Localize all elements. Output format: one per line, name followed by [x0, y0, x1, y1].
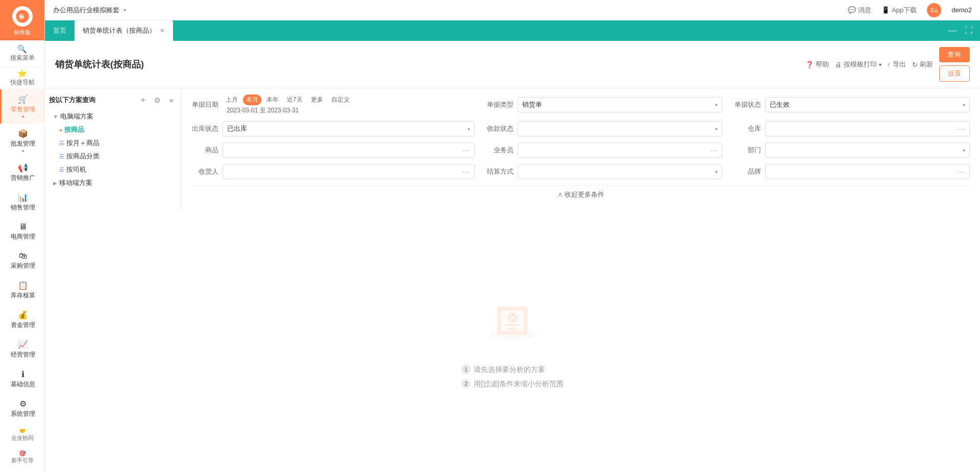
settings-button[interactable]: 设置 — [939, 65, 970, 82]
sidebar-item-system[interactable]: ⚙ 系统管理 — [0, 394, 44, 423]
collapse-label: ∧ 收起更多条件 — [557, 191, 605, 198]
goods-dots: ··· — [462, 146, 470, 154]
svg-rect-6 — [505, 324, 520, 326]
recipient-dots: ··· — [462, 168, 470, 176]
print-label: 按模板打印 — [844, 60, 877, 69]
sidebar-item-enterprise[interactable]: 🤝 企业协同 — [0, 423, 44, 446]
print-button[interactable]: 🖨 按模板打印 ▾ — [835, 60, 881, 69]
export-button[interactable]: ↑ 导出 — [888, 60, 906, 69]
empty-tip-1: 1 请先选择要分析的方案 — [461, 362, 564, 376]
tab-maximize-button[interactable]: ⛶ — [962, 23, 976, 38]
filter-sidebar-title: 按以下方案查询 — [49, 96, 95, 105]
user-avatar[interactable]: Ea — [927, 3, 941, 17]
tip-num-1: 1 — [461, 365, 471, 374]
doc-status-control[interactable]: 已生效 ▾ — [765, 97, 970, 112]
query-button[interactable]: 查询 — [939, 47, 970, 62]
scheme-by-month-goods-icon: ☰ — [59, 140, 64, 147]
payment-label: 结算方式 — [487, 167, 518, 176]
sidebar-item-purchase[interactable]: 🛍 采购管理 — [0, 246, 44, 275]
salesperson-label: 业务员 — [487, 146, 518, 155]
goods-control[interactable]: ··· — [223, 143, 475, 158]
newbie-icon: 🎯 — [19, 450, 26, 457]
sidebar-item-operations[interactable]: 📈 经营管理 — [0, 335, 44, 364]
svg-text:畅: 畅 — [19, 14, 24, 19]
scheme-by-category[interactable]: ☰ 按商品分类 — [55, 150, 177, 163]
sidebar-item-retail[interactable]: 🛒 零售管理 ▲ — [0, 89, 44, 124]
doc-type-control[interactable]: 销货单 ▾ — [518, 97, 722, 112]
collect-status-control[interactable]: ▾ — [518, 121, 722, 136]
refresh-button[interactable]: ↻ 刷新 — [912, 60, 933, 69]
warehouse-control[interactable]: ··· — [765, 121, 970, 136]
scheme-by-month-goods[interactable]: ☰ 按月＋商品 — [55, 136, 177, 150]
add-scheme-button[interactable]: ＋ — [137, 95, 149, 106]
collapse-bar[interactable]: ∧ 收起更多条件 — [192, 185, 970, 203]
department-control[interactable]: ▾ — [765, 143, 970, 158]
payment-field: 结算方式 ▾ — [487, 164, 722, 179]
message-button[interactable]: 💬 消息 — [848, 6, 871, 15]
industry-dropdown-arrow[interactable]: ▾ — [124, 7, 126, 13]
recipient-label: 收货人 — [192, 167, 223, 176]
out-status-arrow: ▾ — [468, 126, 470, 132]
sidebar-item-marketing[interactable]: 📢 营销推广 — [0, 158, 44, 187]
brand-control[interactable]: ··· — [765, 164, 970, 179]
svg-rect-7 — [507, 328, 518, 330]
doc-status-field: 单据状态 已生效 ▾ — [734, 97, 970, 112]
pc-scheme-label: 电脑端方案 — [60, 112, 93, 121]
warehouse-label: 仓库 — [734, 124, 765, 133]
tab-close-button[interactable]: ✕ — [160, 27, 165, 34]
tab-home[interactable]: 首页 — [45, 20, 75, 41]
sidebar-item-appstore[interactable]: 📱 应用中心 — [0, 468, 44, 472]
date-label: 单据日期 — [192, 100, 223, 109]
sidebar-item-ecommerce[interactable]: 🖥 电商管理 — [0, 217, 44, 246]
sidebar-item-inventory[interactable]: 📋 库存核算 — [0, 275, 44, 305]
date-tab-this-year[interactable]: 本年 — [263, 95, 282, 105]
recipient-control[interactable]: ··· — [223, 164, 475, 179]
out-status-field: 出库状态 已出库 ▾ — [192, 121, 475, 136]
date-tab-more[interactable]: 更多 — [308, 95, 326, 105]
brand-field: 品牌 ··· — [734, 164, 970, 179]
date-tab-last-month[interactable]: 上月 — [223, 95, 241, 105]
filter-row-2: 出库状态 已出库 ▾ 收款状态 ▾ — [192, 121, 970, 136]
sidebar-item-newbie[interactable]: 🎯 新手引导 — [0, 446, 44, 468]
payment-control[interactable]: ▾ — [518, 164, 722, 179]
sidebar-item-basic[interactable]: ℹ 基础信息 — [0, 364, 44, 394]
date-tab-custom[interactable]: 自定义 — [328, 95, 353, 105]
sales-label: 销售管理 — [11, 203, 35, 212]
inventory-label: 库存核算 — [11, 291, 35, 300]
help-button[interactable]: ❓ 帮助 — [805, 60, 829, 69]
scheme-by-category-icon: ☰ — [59, 153, 64, 160]
scheme-by-goods[interactable]: ● 按商品 — [55, 123, 177, 136]
date-tab-7days[interactable]: 近7天 — [284, 95, 306, 105]
app-download-button[interactable]: 📱 App下载 — [881, 6, 917, 15]
sidebar-item-sales[interactable]: 📊 销售管理 — [0, 187, 44, 217]
pc-scheme-group[interactable]: ▼ 电脑端方案 — [49, 110, 177, 123]
doc-type-label: 单据类型 — [487, 100, 518, 109]
marketing-icon: 📢 — [18, 163, 28, 173]
collapse-sidebar-button[interactable]: « — [166, 95, 177, 106]
out-status-control[interactable]: 已出库 ▾ — [223, 121, 475, 136]
sidebar-item-wholesale[interactable]: 📦 批发管理 ▲ — [0, 124, 44, 158]
avatar-text: Ea — [931, 7, 938, 13]
goods-label: 商品 — [192, 146, 223, 155]
warehouse-dots: ··· — [958, 125, 965, 133]
enterprise-label: 企业协同 — [11, 434, 34, 442]
print-icon: 🖨 — [835, 61, 842, 68]
sidebar-item-finance[interactable]: 💰 资金管理 — [0, 305, 44, 335]
scheme-by-goods-icon: ● — [59, 127, 62, 133]
print-dropdown-arrow: ▾ — [879, 62, 881, 67]
brand-dots: ··· — [958, 168, 965, 176]
tab-minimize-button[interactable]: — — [945, 23, 960, 38]
edit-scheme-button[interactable]: ⊙ — [152, 95, 163, 106]
doc-type-arrow: ▾ — [715, 102, 718, 108]
mobile-scheme-group[interactable]: ▶ 移动端方案 — [49, 176, 177, 190]
page-actions: ❓ 帮助 🖨 按模板打印 ▾ ↑ 导出 ↻ 刷新 查询 — [805, 47, 970, 88]
scheme-by-driver[interactable]: ☰ 按司机 — [55, 163, 177, 176]
purchase-label: 采购管理 — [11, 262, 35, 270]
salesperson-control[interactable]: ··· — [518, 143, 722, 158]
tab-sales-report[interactable]: 销货单统计表（按商品） ✕ — [75, 20, 173, 41]
basic-icon: ℹ — [21, 369, 24, 379]
export-label: 导出 — [893, 60, 906, 69]
quick-nav-item[interactable]: ⭐ 快捷导航 — [0, 67, 44, 89]
search-menu-item[interactable]: 🔍 搜索菜单 — [0, 40, 44, 67]
date-tab-this-month[interactable]: 本月 — [243, 95, 261, 105]
